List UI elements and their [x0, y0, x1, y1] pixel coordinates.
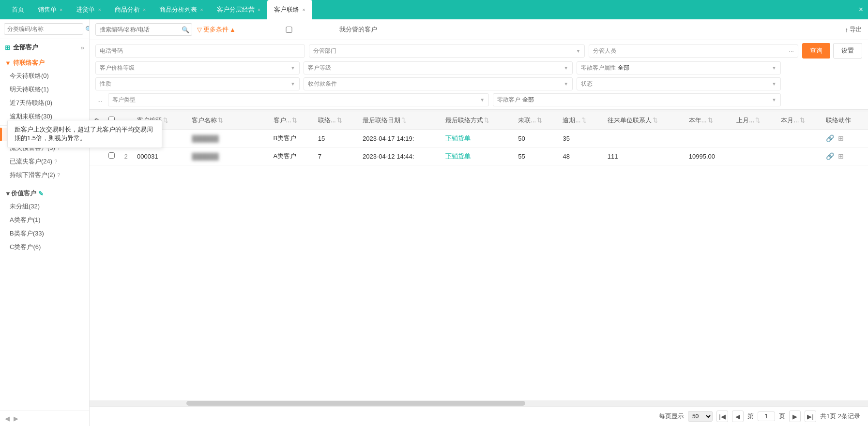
value-arrow-icon: ▼ — [5, 190, 11, 197]
close-product-analysis-tab[interactable]: × — [143, 7, 146, 13]
scroll-thumb[interactable] — [186, 401, 525, 406]
close-customer-tier-tab[interactable]: × — [258, 7, 260, 13]
horizontal-scrollbar[interactable] — [90, 400, 868, 406]
row2-grid-icon[interactable]: ⊞ — [838, 152, 844, 160]
row2-code: 000031 — [133, 147, 188, 165]
row1-type: B类客户 — [270, 130, 314, 147]
person-more-icon[interactable]: ··· — [789, 47, 794, 55]
sort-year-icon[interactable]: ⇅ — [708, 117, 713, 124]
row2-checkbox[interactable] — [104, 147, 119, 165]
row1-last-method-link[interactable]: 下销货单 — [445, 134, 471, 142]
row1-grid-icon[interactable]: ⊞ — [838, 134, 844, 142]
first-page-btn[interactable]: |◀ — [716, 411, 728, 422]
sort-last-method-icon[interactable]: ⇅ — [484, 117, 489, 124]
retail-customer-filter[interactable]: 零散客户 全部 ▼ — [493, 93, 781, 106]
price-grade-filter[interactable]: 客户价格等级 ▼ — [95, 61, 300, 74]
more-conditions-btn[interactable]: ▽ 更多条件 ▲ — [197, 25, 236, 34]
query-button[interactable]: 查询 — [802, 43, 830, 59]
nav-home[interactable]: 首页 — [5, 0, 31, 19]
main-search-icon[interactable]: 🔍 — [182, 26, 189, 33]
value-group-title[interactable]: ▼ 价值客户 ✎ — [0, 186, 89, 200]
edit-value-group-icon[interactable]: ✎ — [38, 190, 44, 197]
all-customers-header[interactable]: ⊞ 全部客户 » — [0, 39, 89, 56]
row1-link-icon[interactable]: 🔗 — [826, 134, 834, 142]
sort-pending-icon[interactable]: ⇅ — [537, 117, 542, 124]
row2-last-method[interactable]: 下销货单 — [442, 147, 514, 165]
sort-name-icon[interactable]: ⇅ — [218, 117, 223, 124]
row1-last-method[interactable]: 下销货单 — [442, 130, 514, 147]
sidebar-prev-icon[interactable]: ◀ — [3, 414, 12, 423]
row2-settings — [90, 147, 104, 165]
nav-sales[interactable]: 销售单 × — [31, 0, 69, 19]
more-fields-btn[interactable]: ... — [95, 95, 104, 105]
phone-input[interactable] — [125, 47, 301, 54]
row1-last-date: 2023-04-17 14:19: — [359, 130, 442, 147]
filter-row-3: 性质 ▼ 收付款条件 ▼ 状态 ▼ — [95, 77, 862, 90]
sort-overdue-icon[interactable]: ⇅ — [581, 117, 587, 124]
main-search-input[interactable] — [95, 23, 192, 36]
data-table-area: ⚙ 客户编码⇅ 客户名称⇅ 客户...⇅ 联络...⇅ 最后联络日期⇅ 最后联络… — [90, 112, 868, 400]
sidebar-item-7days[interactable]: 近7天待联络(0) — [0, 96, 89, 110]
sidebar-item-ungrouped[interactable]: 未分组(32) — [0, 200, 89, 213]
sidebar-item-tomorrow[interactable]: 明天待联络(1) — [0, 83, 89, 96]
row2-link-icon[interactable]: 🔗 — [826, 152, 834, 160]
status-filter[interactable]: 状态 ▼ — [577, 77, 781, 90]
sort-this-month-icon[interactable]: ⇅ — [800, 117, 805, 124]
sidebar-search-input[interactable] — [4, 23, 83, 35]
row2-last-method-link[interactable]: 下销货单 — [445, 152, 471, 160]
sidebar-next-icon[interactable]: ▶ — [12, 414, 20, 423]
row1-pending: 50 — [514, 130, 559, 147]
sidebar-search-icon[interactable]: 🔍 — [85, 26, 90, 33]
phone-filter[interactable]: 电话号码 — [95, 44, 305, 58]
sort-code-icon[interactable]: ⇅ — [163, 117, 168, 124]
last-page-btn[interactable]: ▶| — [805, 411, 816, 422]
nav-customer-contact[interactable]: 客户联络 × — [267, 0, 312, 19]
dept-filter[interactable]: 分管部门 ▼ — [309, 44, 585, 58]
col-contact: 联络...⇅ — [314, 112, 359, 130]
sidebar-item-today[interactable]: 今天待联络(0) — [0, 69, 89, 83]
person-filter[interactable]: 分管人员 ··· — [589, 44, 798, 58]
sort-last-month-icon[interactable]: ⇅ — [755, 117, 761, 124]
nav-customer-tier[interactable]: 客户分层经营 × — [210, 0, 267, 19]
next-page-btn[interactable]: ▶ — [789, 411, 801, 422]
close-sales-tab[interactable]: × — [60, 7, 62, 13]
pending-group-title[interactable]: ▼ 待联络客户 — [0, 56, 89, 69]
declining-help-icon[interactable]: ? — [57, 172, 60, 178]
pay-condition-filter[interactable]: 收付款条件 ▼ — [304, 77, 573, 90]
pending-arrow-icon: ▼ — [5, 59, 11, 67]
nav-purchase[interactable]: 进货单 × — [69, 0, 107, 19]
filter-row-1: 电话号码 分管部门 ▼ 分管人员 ··· 查询 设置 — [95, 43, 862, 59]
row2-select-checkbox[interactable] — [108, 152, 115, 159]
sidebar-item-lost[interactable]: 已流失客户(24) ? — [0, 155, 89, 168]
lost-help-icon[interactable]: ? — [54, 159, 57, 164]
sidebar-item-a-class[interactable]: A类客户(1) — [0, 213, 89, 227]
close-product-list-tab[interactable]: × — [200, 7, 203, 13]
my-customer-checkbox[interactable] — [241, 27, 337, 33]
close-all-tabs[interactable]: × — [859, 5, 863, 14]
sidebar-item-c-class[interactable]: C类客户(6) — [0, 240, 89, 254]
settings-button[interactable]: 设置 — [833, 43, 862, 59]
page-number-input[interactable] — [758, 411, 775, 421]
per-page-select[interactable]: 50 100 200 — [688, 411, 713, 422]
sort-type-icon[interactable]: ⇅ — [292, 117, 297, 124]
page-label: 第 — [747, 412, 754, 421]
nav-product-analysis[interactable]: 商品分析 × — [108, 0, 152, 19]
customer-type-filter[interactable]: 客户类型 ▼ — [108, 93, 489, 106]
nav-product-analysis-list[interactable]: 商品分析列表 × — [152, 0, 210, 19]
sort-person-icon[interactable]: ⇅ — [653, 117, 658, 124]
collapse-sidebar-icon[interactable]: » — [81, 44, 84, 51]
retail-attr-filter[interactable]: 零散客户属性 全部 ▼ — [577, 61, 781, 74]
sidebar-item-b-class[interactable]: B类客户(33) — [0, 227, 89, 240]
sort-last-date-icon[interactable]: ⇅ — [401, 117, 407, 124]
row1-this-month — [777, 130, 822, 147]
prev-page-btn[interactable]: ◀ — [732, 411, 744, 422]
row1-name: ██████ — [188, 130, 269, 147]
close-customer-contact-tab[interactable]: × — [302, 7, 305, 13]
gender-filter[interactable]: 性质 ▼ — [95, 77, 300, 90]
customer-grade-filter[interactable]: 客户等级 ▼ — [304, 61, 573, 74]
export-button[interactable]: ↑ 导出 — [845, 25, 863, 34]
sidebar-item-declining[interactable]: 持续下滑客户(2) ? — [0, 168, 89, 182]
sort-contact-icon[interactable]: ⇅ — [337, 117, 342, 124]
col-last-date: 最后联络日期⇅ — [359, 112, 442, 130]
close-purchase-tab[interactable]: × — [98, 7, 101, 13]
